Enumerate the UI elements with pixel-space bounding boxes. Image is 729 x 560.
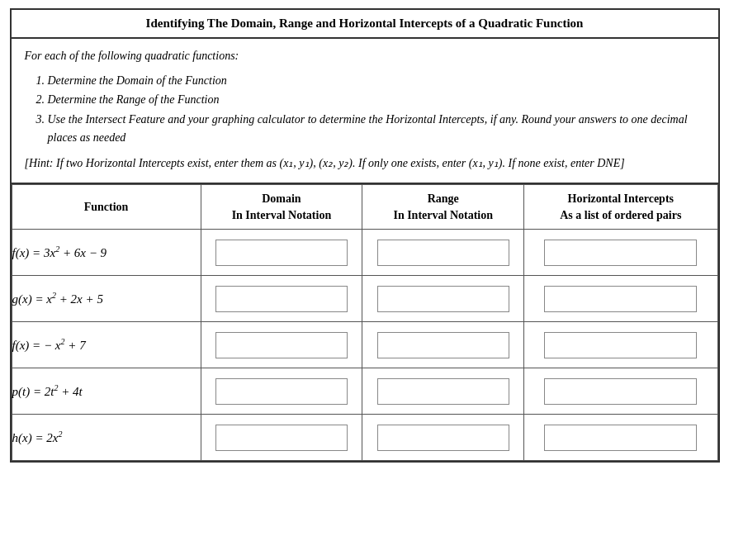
hint-text: [Hint: If two Horizontal Intercepts exis… (25, 154, 705, 173)
table-row: f(x) = − x2 + 7 (12, 322, 717, 368)
step-1: Determine the Domain of the Function (48, 72, 705, 90)
intercepts-cell-3[interactable] (524, 322, 717, 368)
domain-input-1[interactable] (215, 240, 348, 266)
intercepts-cell-2[interactable] (524, 276, 717, 322)
intercepts-cell-5[interactable] (524, 415, 717, 461)
intercepts-input-4[interactable] (544, 378, 697, 405)
worksheet-title: Identifying The Domain, Range and Horizo… (12, 10, 718, 39)
intercepts-input-2[interactable] (544, 286, 697, 312)
domain-cell-2[interactable] (201, 276, 362, 322)
domain-input-4[interactable] (215, 378, 348, 405)
table-row: g(x) = x2 + 2x + 5 (12, 276, 717, 322)
domain-input-2[interactable] (215, 286, 348, 312)
range-cell-3[interactable] (362, 322, 524, 368)
range-input-1[interactable] (377, 240, 509, 266)
instructions-section: For each of the following quadratic func… (12, 39, 718, 184)
function-cell-2: g(x) = x2 + 2x + 5 (12, 276, 201, 322)
intercepts-input-1[interactable] (544, 240, 697, 266)
header-intercepts: Horizontal InterceptsAs a list of ordere… (524, 185, 717, 230)
table-header-row: Function DomainIn Interval Notation Rang… (12, 185, 717, 230)
domain-cell-3[interactable] (201, 322, 362, 368)
steps-list: Determine the Domain of the Function Det… (48, 72, 705, 147)
function-cell-4: p(t) = 2t2 + 4t (12, 368, 201, 415)
domain-input-3[interactable] (215, 332, 348, 358)
range-cell-4[interactable] (362, 368, 524, 415)
function-cell-5: h(x) = 2x2 (12, 415, 201, 461)
table-row: f(x) = 3x2 + 6x − 9 (12, 230, 717, 276)
range-cell-1[interactable] (362, 230, 524, 276)
table-row: h(x) = 2x2 (12, 415, 717, 461)
intercepts-cell-1[interactable] (524, 230, 717, 276)
range-input-2[interactable] (377, 286, 509, 312)
range-cell-5[interactable] (362, 415, 524, 461)
function-label-4: p(t) = 2t2 + 4t (12, 385, 83, 398)
worksheet: Identifying The Domain, Range and Horizo… (10, 8, 720, 463)
intro-text: For each of the following quadratic func… (25, 47, 705, 65)
domain-cell-5[interactable] (201, 415, 362, 461)
intercepts-cell-4[interactable] (524, 368, 717, 415)
intercepts-input-5[interactable] (544, 425, 697, 451)
function-label-1: f(x) = 3x2 + 6x − 9 (12, 246, 107, 259)
function-label-2: g(x) = x2 + 2x + 5 (12, 292, 103, 306)
range-input-4[interactable] (377, 378, 509, 405)
step-3: Use the Intersect Feature and your graph… (48, 111, 705, 146)
range-input-5[interactable] (377, 425, 509, 451)
header-function: Function (12, 185, 201, 230)
range-cell-2[interactable] (362, 276, 524, 322)
domain-input-5[interactable] (215, 425, 348, 451)
table-row: p(t) = 2t2 + 4t (12, 368, 717, 415)
step-2: Determine the Range of the Function (48, 91, 705, 109)
intercepts-input-3[interactable] (544, 332, 697, 358)
function-cell-1: f(x) = 3x2 + 6x − 9 (12, 230, 201, 276)
domain-cell-4[interactable] (201, 368, 362, 415)
main-table: Function DomainIn Interval Notation Rang… (12, 184, 718, 461)
range-input-3[interactable] (377, 332, 509, 358)
header-range: RangeIn Interval Notation (362, 185, 524, 230)
function-cell-3: f(x) = − x2 + 7 (12, 322, 201, 368)
domain-cell-1[interactable] (201, 230, 362, 276)
function-label-5: h(x) = 2x2 (12, 431, 63, 444)
header-domain: DomainIn Interval Notation (201, 185, 362, 230)
function-label-3: f(x) = − x2 + 7 (12, 339, 86, 352)
